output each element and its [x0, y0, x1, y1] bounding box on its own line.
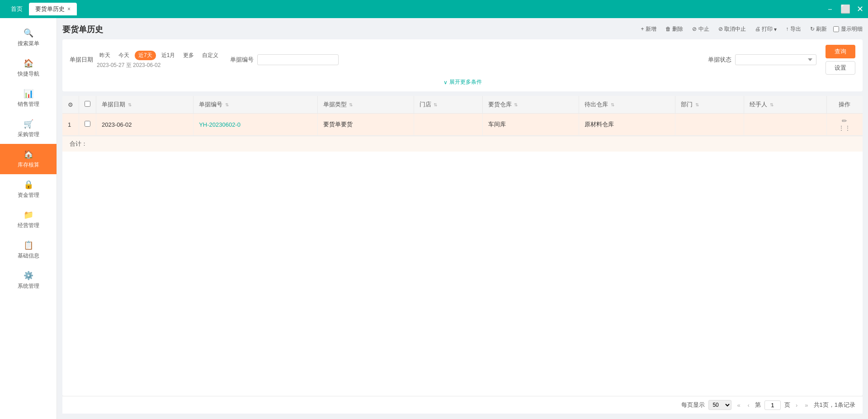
show-detail-checkbox[interactable]: 显示明细: [833, 25, 863, 33]
col-date[interactable]: 单据日期 ⇅: [96, 96, 193, 114]
page-number-input[interactable]: [764, 400, 781, 410]
tab-home[interactable]: 首页: [5, 3, 29, 15]
row-index: 1: [62, 114, 79, 136]
filter-billno-group: 单据编号: [230, 54, 339, 65]
inventory-icon: 🏠: [24, 149, 33, 159]
sidebar-item-system[interactable]: ⚙️ 系统管理: [0, 265, 57, 295]
sidebar-item-basic-info-label: 基础信息: [18, 252, 39, 260]
tab-bill-history[interactable]: 要货单历史 ×: [29, 3, 77, 15]
sidebar-item-operations[interactable]: 📁 经营管理: [0, 205, 57, 235]
date-opt-more[interactable]: 更多: [180, 51, 197, 60]
table-area: ⚙ 单据日期 ⇅ 单据编号 ⇅ 单据类型: [62, 96, 863, 396]
main-layout: 🔍 搜索菜单 🏠 快捷导航 📊 销售管理 🛒 采购管理 🏠 库存核算 🔒 资金管…: [0, 18, 868, 419]
expand-down-icon: ∨: [443, 79, 448, 86]
row-bill-no-link[interactable]: YH-20230602-0: [199, 121, 241, 128]
col-store-label: 门店: [420, 101, 431, 108]
sidebar-item-sales[interactable]: 📊 销售管理: [0, 83, 57, 114]
show-detail-input[interactable]: [833, 26, 839, 32]
filter-area: 单据日期 昨天 今天 近7天 近1月 更多 自定义 2023-05-27 至 2…: [62, 39, 863, 91]
tab-close-icon[interactable]: ×: [67, 6, 71, 12]
expand-more-label: 展开更多条件: [449, 78, 482, 86]
sidebar-item-inventory-label: 库存核算: [18, 161, 39, 169]
col-settings[interactable]: ⚙: [62, 96, 79, 114]
date-opt-yesterday[interactable]: 昨天: [97, 51, 113, 60]
finance-icon: 🔒: [24, 180, 33, 190]
query-button[interactable]: 查询: [826, 45, 855, 58]
stop-button[interactable]: ⊘ 中止: [689, 24, 712, 35]
col-handler[interactable]: 经手人 ⇅: [744, 96, 826, 114]
row-store: [414, 114, 482, 136]
bill-no-input[interactable]: [257, 54, 339, 65]
date-opt-today[interactable]: 今天: [116, 51, 132, 60]
sidebar-item-purchase[interactable]: 🛒 采购管理: [0, 114, 57, 144]
page-first-btn[interactable]: «: [735, 401, 742, 409]
cancel-stop-button[interactable]: ⊘ 取消中止: [716, 24, 749, 35]
delete-button[interactable]: 🗑 删除: [663, 24, 686, 35]
select-all-checkbox[interactable]: [85, 101, 90, 107]
row-department: [675, 114, 744, 136]
sort-out-wh-icon: ⇅: [611, 102, 614, 107]
col-department[interactable]: 部门 ⇅: [675, 96, 744, 114]
pagination-bar: 每页显示 50 10 20 100 « ‹ 第 页 › » 共1页，1条记录: [62, 396, 863, 414]
status-select[interactable]: [735, 54, 816, 65]
minimize-icon[interactable]: －: [826, 4, 834, 14]
sidebar-item-finance-label: 资金管理: [18, 191, 39, 199]
date-opt-1month[interactable]: 近1月: [159, 51, 178, 60]
col-out-warehouse-label: 待出仓库: [585, 101, 608, 108]
col-bill-no[interactable]: 单据编号 ⇅: [193, 96, 318, 114]
expand-more-btn[interactable]: ∨ 展开更多条件: [70, 78, 855, 86]
sort-billtype-icon: ⇅: [349, 102, 353, 107]
filter-date-group: 单据日期 昨天 今天 近7天 近1月 更多 自定义 2023-05-27 至 2…: [70, 51, 221, 69]
sidebar-item-shortcuts-label: 快捷导航: [18, 70, 39, 78]
sort-billno-icon: ⇅: [225, 102, 229, 107]
page-prev-btn[interactable]: ‹: [746, 401, 751, 409]
col-date-label: 单据日期: [102, 101, 125, 108]
sort-dept-icon: ⇅: [695, 102, 699, 107]
refresh-button[interactable]: ↻ 刷新: [807, 24, 830, 35]
date-range-display: 2023-05-27 至 2023-06-02: [97, 62, 221, 69]
col-req-warehouse[interactable]: 要货仓库 ⇅: [482, 96, 579, 114]
export-button[interactable]: ↑ 导出: [783, 24, 803, 35]
sort-date-icon: ⇅: [128, 102, 132, 107]
maximize-icon[interactable]: ⬜: [840, 4, 850, 14]
setting-button[interactable]: 设置: [826, 61, 855, 75]
row-edit-icon[interactable]: ✏: [842, 117, 847, 124]
top-bar: 首页 要货单历史 × － ⬜ ✕: [0, 0, 868, 18]
row-checkbox[interactable]: [85, 121, 90, 127]
row-req-warehouse: 车间库: [482, 114, 579, 136]
row-checkbox-cell: [79, 114, 96, 136]
col-bill-type[interactable]: 单据类型 ⇅: [317, 96, 414, 114]
col-store[interactable]: 门店 ⇅: [414, 96, 482, 114]
date-opt-custom[interactable]: 自定义: [199, 51, 221, 60]
sidebar-item-finance[interactable]: 🔒 资金管理: [0, 174, 57, 205]
close-window-icon[interactable]: ✕: [857, 4, 863, 14]
table-row: 1 2023-06-02 YH-20230602-0 要货单要货 车间库 原材料…: [62, 114, 863, 136]
page-total: 共1页，1条记录: [814, 401, 855, 409]
new-button[interactable]: + 新增: [638, 24, 659, 35]
sidebar-item-basic-info[interactable]: 📋 基础信息: [0, 235, 57, 265]
page-last-btn[interactable]: »: [803, 401, 810, 409]
col-req-warehouse-label: 要货仓库: [488, 101, 512, 108]
tab-bill-history-label: 要货单历史: [35, 5, 65, 13]
date-opt-7days[interactable]: 近7天: [135, 51, 156, 60]
data-table: ⚙ 单据日期 ⇅ 单据编号 ⇅ 单据类型: [62, 96, 863, 136]
page-label-pre: 第: [755, 401, 761, 409]
sidebar-item-shortcuts[interactable]: 🏠 快捷导航: [0, 53, 57, 83]
col-out-warehouse[interactable]: 待出仓库 ⇅: [579, 96, 675, 114]
page-next-btn[interactable]: ›: [794, 401, 799, 409]
row-handler: [744, 114, 826, 136]
sidebar-item-inventory[interactable]: 🏠 库存核算: [0, 144, 57, 174]
col-action-label: 操作: [839, 101, 850, 108]
row-more-icon[interactable]: ⋮⋮: [838, 124, 851, 132]
sidebar-item-purchase-label: 采购管理: [18, 131, 39, 138]
col-handler-label: 经手人: [750, 101, 767, 108]
page-size-select[interactable]: 50 10 20 100: [708, 400, 731, 410]
date-options-wrap: 昨天 今天 近7天 近1月 更多 自定义 2023-05-27 至 2023-0…: [97, 51, 221, 69]
sidebar-item-search-label: 搜索菜单: [18, 40, 39, 48]
row-actions: ✏ ⋮⋮: [826, 114, 863, 136]
basic-info-icon: 📋: [24, 240, 33, 250]
sidebar-item-search[interactable]: 🔍 搜索菜单: [0, 23, 57, 53]
page-header: 要货单历史 + 新增 🗑 删除 ⊘ 中止 ⊘ 取消中止 🖨 打印 ▾ ↑ 导出 …: [62, 24, 863, 35]
print-button[interactable]: 🖨 打印 ▾: [752, 24, 779, 35]
row-bill-no: YH-20230602-0: [193, 114, 318, 136]
